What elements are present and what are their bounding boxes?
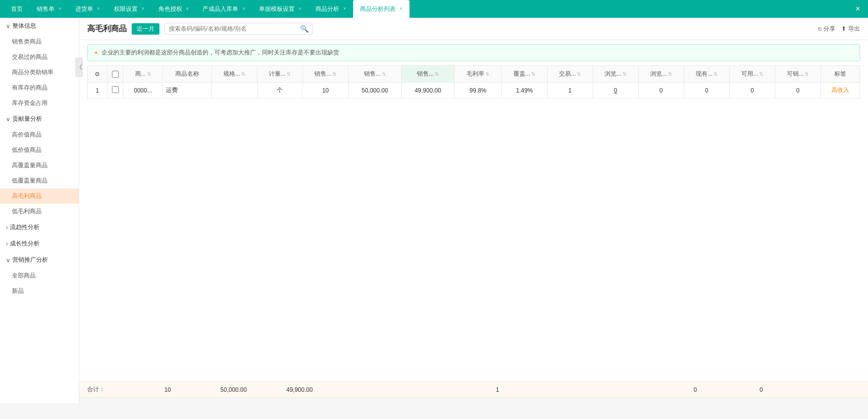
nav-product-storage[interactable]: 产成品入库单 × bbox=[196, 0, 252, 18]
horizontal-scrollbar[interactable] bbox=[79, 397, 868, 403]
sidebar-group-marketing[interactable]: ∨ 营销推广分析 bbox=[0, 252, 79, 268]
col-gross-margin[interactable]: 毛利率 ⇅ bbox=[455, 66, 502, 83]
top-navigation: 首页 销售单 × 进货单 × 权限设置 × 角色授权 × 产成品入库单 × 单据… bbox=[0, 0, 868, 18]
col-checkbox bbox=[107, 66, 123, 83]
col-unit[interactable]: 计量... ⇅ bbox=[257, 66, 303, 83]
sidebar-item-all-goods[interactable]: 全部商品 bbox=[0, 268, 79, 283]
period-button[interactable]: 近一月 bbox=[132, 23, 159, 35]
nav-roles[interactable]: 角色授权 × bbox=[152, 0, 196, 18]
sidebar-item-category-sales-rate[interactable]: 商品分类助销率 bbox=[0, 65, 79, 80]
col-code[interactable]: 商... ⇅ bbox=[123, 66, 163, 83]
col-sales-qty[interactable]: 销售... ⇅ bbox=[303, 66, 348, 83]
close-icon[interactable]: × bbox=[186, 0, 189, 18]
sort-icon: ⇅ bbox=[435, 71, 439, 77]
sidebar-item-high-value[interactable]: 高价值商品 bbox=[0, 127, 79, 142]
sidebar-item-high-margin[interactable]: 高毛利商品 bbox=[0, 188, 79, 204]
footer-coverage bbox=[399, 386, 464, 393]
sidebar-item-sales-goods[interactable]: 销售类商品 bbox=[0, 34, 79, 49]
search-box[interactable]: 🔍 bbox=[164, 23, 313, 35]
footer-sales-qty: 10 bbox=[135, 386, 201, 393]
sidebar-item-stocked-goods[interactable]: 有库存的商品 bbox=[0, 80, 79, 95]
col-sales-cost[interactable]: 销售... ⇅ bbox=[402, 66, 455, 83]
export-icon: ⬆ bbox=[841, 25, 846, 32]
sort-icon: ⇅ bbox=[668, 71, 672, 77]
sidebar-group-trend[interactable]: › 流趋性分析 bbox=[0, 219, 79, 235]
nav-home[interactable]: 首页 bbox=[4, 0, 30, 18]
col-current-stock[interactable]: 现有... ⇅ bbox=[684, 66, 729, 83]
sidebar-item-low-coverage[interactable]: 低覆盖量商品 bbox=[0, 173, 79, 188]
cell-browse1[interactable]: 0 bbox=[593, 83, 638, 98]
header-actions: ⎋ 分享 ⬆ 导出 bbox=[818, 25, 860, 33]
cell-current-stock: 0 bbox=[684, 83, 729, 98]
col-index: ⚙ bbox=[88, 66, 107, 83]
sort-icon: ⇅ bbox=[622, 71, 626, 77]
search-icon[interactable]: 🔍 bbox=[300, 25, 308, 33]
sort-icon: ⇅ bbox=[147, 71, 151, 77]
content-header: 高毛利商品 近一月 🔍 ⎋ 分享 ⬆ 导出 bbox=[79, 18, 868, 40]
main-content: 高毛利商品 近一月 🔍 ⎋ 分享 ⬆ 导出 ✦ 企业的主要的利润都是这部分商品创… bbox=[79, 18, 868, 403]
sidebar-item-inventory-funds[interactable]: 库存资金占用 bbox=[0, 95, 79, 111]
footer-available: 0 bbox=[728, 386, 794, 393]
col-saleable[interactable]: 可销... ⇅ bbox=[775, 66, 820, 83]
settings-icon[interactable]: ⚙ bbox=[95, 71, 100, 78]
nav-purchase-order[interactable]: 进货单 × bbox=[68, 0, 107, 18]
nav-template-settings[interactable]: 单据模板设置 × bbox=[252, 0, 308, 18]
col-available[interactable]: 可用... ⇅ bbox=[729, 66, 775, 83]
sidebar-collapse-button[interactable]: 《 bbox=[75, 57, 83, 77]
footer-label: 合计： bbox=[87, 385, 105, 394]
col-name[interactable]: 商品名称 bbox=[163, 66, 211, 83]
sort-icon: ⇅ bbox=[759, 71, 763, 77]
footer-saleable bbox=[794, 386, 860, 393]
close-icon[interactable]: × bbox=[299, 0, 302, 18]
sidebar-group-growth[interactable]: › 成长性分析 bbox=[0, 235, 79, 252]
sidebar-item-high-coverage[interactable]: 高覆盖量商品 bbox=[0, 158, 79, 173]
chevron-down-icon: ∨ bbox=[6, 23, 10, 30]
cell-checkbox[interactable] bbox=[107, 83, 123, 98]
close-icon[interactable]: × bbox=[58, 0, 61, 18]
sort-icon: ⇅ bbox=[714, 71, 717, 77]
nav-product-analysis-list[interactable]: 商品分析列表 × bbox=[353, 0, 409, 18]
browse1-link[interactable]: 0 bbox=[614, 87, 617, 94]
sort-icon: ⇅ bbox=[805, 71, 809, 77]
sort-icon: ⇅ bbox=[382, 71, 386, 77]
close-icon[interactable]: × bbox=[242, 0, 245, 18]
sidebar-group-overall[interactable]: ∨ 整体信息 bbox=[0, 18, 79, 34]
sort-icon: ⇅ bbox=[577, 71, 581, 77]
close-all-icon[interactable]: × bbox=[852, 4, 864, 13]
col-transactions[interactable]: 交易... ⇅ bbox=[547, 66, 593, 83]
cell-index: 1 bbox=[88, 83, 107, 98]
col-spec[interactable]: 规格... ⇅ bbox=[211, 66, 257, 83]
col-coverage[interactable]: 覆盖... ⇅ bbox=[502, 66, 547, 83]
nav-product-analysis[interactable]: 商品分析 × bbox=[308, 0, 353, 18]
share-button[interactable]: ⎋ 分享 bbox=[818, 25, 835, 33]
search-input[interactable] bbox=[169, 25, 298, 32]
sidebar-item-low-value[interactable]: 低价值商品 bbox=[0, 142, 79, 158]
nav-sales-order[interactable]: 销售单 × bbox=[30, 0, 68, 18]
nav-permissions[interactable]: 权限设置 × bbox=[107, 0, 152, 18]
col-sales-amount[interactable]: 销售... ⇅ bbox=[348, 66, 401, 83]
footer-sales-cost: 49,900.00 bbox=[266, 386, 332, 393]
cell-transactions: 1 bbox=[547, 83, 593, 98]
col-tag: 标签 bbox=[820, 66, 860, 83]
close-icon[interactable]: × bbox=[343, 0, 346, 18]
row-checkbox[interactable] bbox=[112, 86, 119, 93]
export-button[interactable]: ⬆ 导出 bbox=[841, 25, 860, 33]
sidebar-item-new-goods[interactable]: 新品 bbox=[0, 283, 79, 299]
cell-name: 运费 bbox=[163, 83, 211, 98]
close-icon[interactable]: × bbox=[142, 0, 145, 18]
cell-code[interactable]: 0000... bbox=[123, 83, 163, 98]
footer-browse2 bbox=[596, 386, 662, 393]
footer-transactions: 1 bbox=[464, 386, 530, 393]
col-browse2[interactable]: 浏览... ⇅ bbox=[638, 66, 684, 83]
sidebar-group-contribution[interactable]: ∨ 贡献量分析 bbox=[0, 111, 79, 127]
select-all-checkbox[interactable] bbox=[112, 71, 119, 78]
col-browse1[interactable]: 浏览... ⇅ bbox=[593, 66, 638, 83]
data-table: ⚙ 商... ⇅ bbox=[87, 65, 860, 98]
close-icon[interactable]: × bbox=[400, 0, 403, 18]
sidebar-item-traded-goods[interactable]: 交易过的商品 bbox=[0, 49, 79, 65]
cell-tag: 高收入 bbox=[820, 83, 860, 98]
close-icon[interactable]: × bbox=[97, 0, 100, 18]
sidebar-item-low-margin[interactable]: 低毛利商品 bbox=[0, 204, 79, 219]
cell-browse2: 0 bbox=[638, 83, 684, 98]
cell-gross-margin: 99.8% bbox=[455, 83, 502, 98]
